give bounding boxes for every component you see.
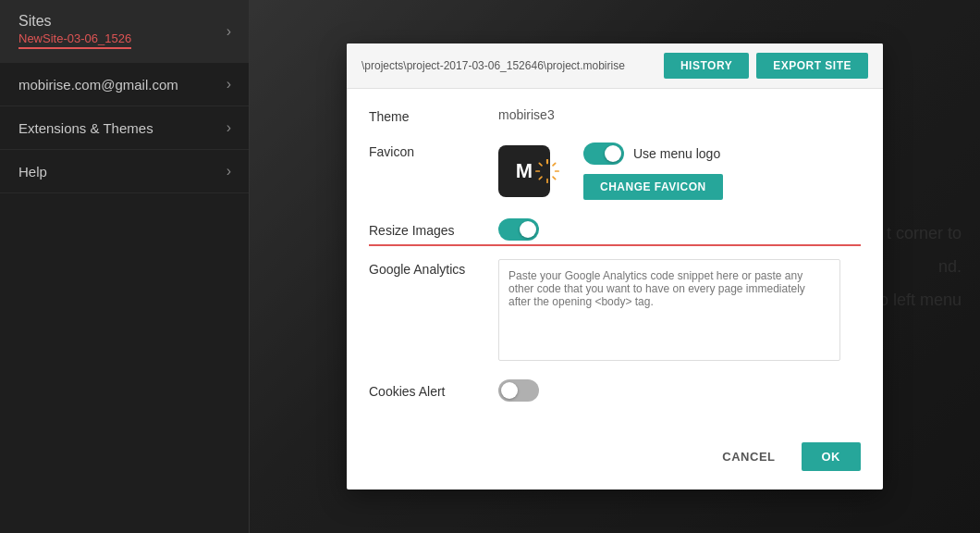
favicon-controls: Use menu logo CHANGE FAVICON [583,143,723,200]
extensions-chevron-icon: › [227,119,231,136]
path-buttons: HISTORY EXPORT SITE [664,53,868,79]
help-label: Help [18,164,47,180]
theme-label: Theme [369,107,498,124]
google-analytics-label: Google Analytics [369,259,498,279]
svg-line-3 [553,177,556,180]
sidebar-item-sites[interactable]: Sites NewSite-03-06_1526 › [0,0,250,63]
resize-images-row: Resize Images [369,218,861,241]
modal-path-bar: \projects\project-2017-03-06_152646\proj… [347,43,883,89]
modal-footer: CANCEL OK [347,442,883,490]
theme-row: Theme mobirise3 [369,107,861,124]
sidebar: Sites NewSite-03-06_1526 › mobirise.com@… [0,0,250,533]
favicon-label: Favicon [369,143,498,159]
help-chevron-icon: › [227,163,231,180]
favicon-preview: M [498,145,550,197]
email-label: mobirise.com@gmail.com [18,77,178,93]
resize-images-toggle[interactable] [498,218,539,241]
cookies-alert-row: Cookies Alert [369,379,861,402]
export-site-button[interactable]: EXPORT SITE [756,53,868,79]
sites-label: Sites [18,13,131,30]
google-analytics-textarea[interactable] [498,259,840,361]
resize-underline [369,244,861,246]
use-menu-logo-label: Use menu logo [633,146,720,161]
sidebar-item-help[interactable]: Help › [0,150,250,193]
svg-line-1 [553,163,556,166]
svg-line-7 [539,163,542,166]
history-button[interactable]: HISTORY [664,53,749,79]
email-chevron-icon: › [227,76,231,93]
extensions-label: Extensions & Themes [18,120,153,136]
favicon-spinner-icon [535,159,559,183]
settings-modal: \projects\project-2017-03-06_152646\proj… [347,43,883,490]
modal-overlay: \projects\project-2017-03-06_152646\proj… [250,0,980,533]
favicon-letter: M [516,159,533,183]
use-menu-logo-row: Use menu logo [583,143,723,165]
theme-value: mobirise3 [498,107,555,122]
favicon-row: Favicon M [369,143,861,200]
project-path: \projects\project-2017-03-06_152646\proj… [361,59,625,72]
cookies-alert-label: Cookies Alert [369,382,498,399]
ok-button[interactable]: OK [802,442,862,471]
sites-chevron-icon: › [227,23,231,40]
google-analytics-row: Google Analytics [369,259,861,361]
content-area: t corner to nd. o left menu \projects\pr… [250,0,980,533]
modal-body: Theme mobirise3 Favicon M [347,89,883,442]
sidebar-item-email[interactable]: mobirise.com@gmail.com › [0,63,250,106]
cookies-alert-toggle[interactable] [498,379,539,402]
use-menu-logo-toggle[interactable] [583,143,624,165]
cancel-button[interactable]: CANCEL [705,442,791,471]
site-name: NewSite-03-06_1526 [18,31,131,49]
sidebar-item-extensions[interactable]: Extensions & Themes › [0,106,250,150]
change-favicon-button[interactable]: CHANGE FAVICON [583,174,723,200]
resize-images-label: Resize Images [369,221,498,238]
svg-line-5 [539,177,542,180]
